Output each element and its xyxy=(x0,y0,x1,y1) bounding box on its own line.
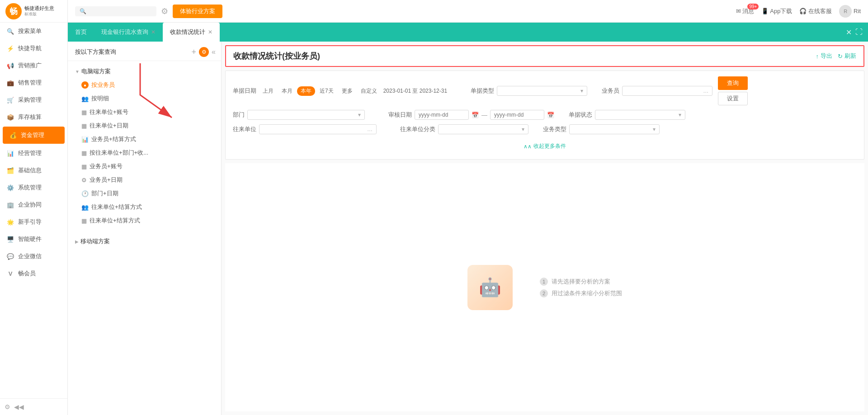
add-scheme-icon[interactable]: + xyxy=(192,47,197,57)
staff-settle-icon: 📊 xyxy=(81,136,89,143)
export-button[interactable]: ↑ 导出 xyxy=(816,52,833,60)
sidebar-item-system[interactable]: ⚙️ 系统管理 xyxy=(0,179,67,196)
tree-child-label: 业务员+账号 xyxy=(90,162,123,170)
sidebar-item-basic[interactable]: 🗂️ 基础信息 xyxy=(0,162,67,179)
business-type-label: 业务类型 xyxy=(543,125,566,133)
tree-child-staff-settle[interactable]: 📊 业务员+结算方式 xyxy=(68,132,221,146)
scheme-settings-icon[interactable]: ⚙ xyxy=(199,47,209,57)
sidebar-item-operation[interactable]: 📊 经营管理 xyxy=(0,145,67,162)
tree-mobile-parent[interactable]: ▶ 移动端方案 xyxy=(68,235,221,248)
content-area: 按以下方案查询 + ⚙ « ▼ 电脑端方案 ● 按业务员 👥 按明细 xyxy=(68,42,868,415)
tree-child-by-detail[interactable]: 👥 按明细 xyxy=(68,92,221,105)
title-actions: ↑ 导出 ↻ 刷新 xyxy=(816,52,857,60)
filter-row-3: 往来单位 … 往来单位分类 ▾ 业务类型 xyxy=(233,124,857,134)
tree-child-staff-date[interactable]: ⚙ 业务员+日期 xyxy=(68,173,221,187)
dept-select[interactable]: ▾ xyxy=(247,110,365,120)
sidebar-item-corp[interactable]: 🏢 企业协同 xyxy=(0,196,67,213)
sidebar-item-hardware[interactable]: 🖥️ 智能硬件 xyxy=(0,231,67,248)
header-gear-icon[interactable]: ⚙ xyxy=(161,6,168,16)
calendar-to-icon[interactable]: 📅 xyxy=(547,112,554,118)
counterpart-filter: 往来单位 … xyxy=(233,124,377,134)
salesperson-dropdown-icon: … xyxy=(703,88,708,94)
date-tab-this-month[interactable]: 本月 xyxy=(278,86,296,96)
voucher-type-select[interactable]: ▾ xyxy=(497,86,587,96)
sidebar-item-finance[interactable]: 💰 资金管理 xyxy=(3,127,65,144)
tab-bank-flow[interactable]: 现金银行流水查询 ✕ xyxy=(94,23,163,42)
counterpart-category-select[interactable]: ▾ xyxy=(438,124,528,134)
counterpart-category-filter: 往来单位分类 ▾ xyxy=(400,124,528,134)
date-tab-more[interactable]: 更多 xyxy=(338,86,356,96)
sidebar-item-sales[interactable]: 💼 销售管理 xyxy=(0,74,67,91)
dept-label: 部门 xyxy=(233,111,245,119)
sidebar-item-marketing[interactable]: 📢 营销推广 xyxy=(0,57,67,74)
query-button[interactable]: 查询 xyxy=(718,76,748,90)
top-search-box[interactable]: 🔍 xyxy=(75,6,156,16)
empty-tips: 1 请先选择要分析的方案 2 用过滤条件来缩小分析范围 xyxy=(540,278,622,297)
tab-home[interactable]: 首页 xyxy=(68,23,94,42)
online-service-label: 在线客服 xyxy=(808,8,832,14)
tree-desktop-parent[interactable]: ▼ 电脑端方案 xyxy=(68,65,221,78)
date-tab-this-year[interactable]: 本年 xyxy=(297,86,315,96)
tree-child-unit-dept[interactable]: ▦ 按往来单位+部门+收... xyxy=(68,146,221,160)
business-type-dropdown-icon: ▾ xyxy=(653,126,656,132)
settings-button[interactable]: 设置 xyxy=(718,92,748,105)
date-tab-last-7[interactable]: 近7天 xyxy=(316,86,337,96)
tree-child-unit-account[interactable]: ▦ 往来单位+账号 xyxy=(68,105,221,119)
sidebar-item-wechat[interactable]: 💬 企业微信 xyxy=(0,248,67,265)
sidebar-item-shortcut[interactable]: ⚡ 快捷导航 xyxy=(0,40,67,57)
unit-settle2-icon: ▦ xyxy=(81,217,87,224)
receivable-tab-close[interactable]: ✕ xyxy=(208,29,212,35)
salesperson-select[interactable]: … xyxy=(622,86,712,96)
counterpart-category-dropdown-icon: ▾ xyxy=(522,126,524,132)
sidebar-item-label: 搜索菜单 xyxy=(18,27,42,35)
sidebar-item-label: 采购管理 xyxy=(18,96,42,104)
trial-button[interactable]: 体验行业方案 xyxy=(173,5,222,18)
review-date-from-input[interactable] xyxy=(415,110,469,120)
salesperson-filter: 业务员 … xyxy=(602,86,712,96)
marketing-icon: 📢 xyxy=(6,61,14,70)
tree-child-unit-settle1[interactable]: 👥 往来单位+结算方式 xyxy=(68,200,221,214)
purchase-icon: 🛒 xyxy=(6,96,14,104)
sidebar-item-guide[interactable]: 🌟 新手引导 xyxy=(0,213,67,231)
collapse-sidebar-icon[interactable]: ◀◀ xyxy=(14,403,24,410)
tree-child-dept-date[interactable]: 🕐 部门+日期 xyxy=(68,187,221,200)
left-panel-header: 按以下方案查询 + ⚙ « xyxy=(68,42,221,61)
main-area: 🔍 ⚙ 体验行业方案 ✉ 消息 99+ 📱 App下载 🎧 在线客服 R R xyxy=(68,0,868,415)
sidebar-item-purchase[interactable]: 🛒 采购管理 xyxy=(0,91,67,108)
tree-child-unit-date[interactable]: ▦ 往来单位+日期 xyxy=(68,119,221,132)
tree-child-by-staff[interactable]: ● 按业务员 xyxy=(68,78,221,92)
voucher-status-label: 单据状态 xyxy=(569,111,592,119)
app-download-area[interactable]: 📱 App下载 xyxy=(761,7,792,15)
user-area[interactable]: R Rit xyxy=(839,5,861,18)
tree-child-staff-account[interactable]: ▦ 业务员+账号 xyxy=(68,160,221,173)
unit-account-icon: ▦ xyxy=(81,109,87,116)
review-date-to-input[interactable] xyxy=(490,110,544,120)
voucher-status-select[interactable]: ▾ xyxy=(595,110,685,120)
sidebar-item-member[interactable]: V 畅会员 xyxy=(0,265,67,282)
counterpart-dots-icon[interactable]: … xyxy=(367,126,373,132)
logo-badge: 标准版 xyxy=(24,11,54,17)
message-area[interactable]: ✉ 消息 99+ xyxy=(736,7,755,15)
collapse-panel-icon[interactable]: « xyxy=(212,48,216,56)
page-title-bar: 收款情况统计(按业务员) ↑ 导出 ↻ 刷新 xyxy=(225,45,864,67)
tab-receivable[interactable]: 收款情况统计 ✕ xyxy=(163,23,220,42)
refresh-button[interactable]: ↻ 刷新 xyxy=(838,52,856,60)
calendar-from-icon[interactable]: 📅 xyxy=(472,112,479,118)
tip-num-2: 2 xyxy=(540,289,548,297)
tree-child-unit-settle2[interactable]: ▦ 往来单位+结算方式 xyxy=(68,214,221,227)
business-type-select[interactable]: ▾ xyxy=(569,124,660,134)
date-tab-custom[interactable]: 自定义 xyxy=(357,86,381,96)
counterpart-select[interactable]: … xyxy=(259,124,377,134)
date-tab-last-month[interactable]: 上月 xyxy=(259,86,277,96)
online-service-area[interactable]: 🎧 在线客服 xyxy=(799,7,832,15)
tab-close-all-icon[interactable]: ✕ xyxy=(846,28,852,37)
tree-child-label: 业务员+结算方式 xyxy=(91,135,136,143)
tab-expand-icon[interactable]: ⛶ xyxy=(855,28,863,36)
unit-dept-icon: ▦ xyxy=(81,150,87,156)
sidebar-item-search[interactable]: 🔍 搜索菜单 xyxy=(0,23,67,40)
sidebar-item-inventory[interactable]: 📦 库存核算 xyxy=(0,108,67,126)
system-icon: ⚙️ xyxy=(6,184,14,192)
settings-bottom-icon[interactable]: ⚙ xyxy=(5,403,10,410)
bank-flow-tab-close[interactable]: ✕ xyxy=(151,29,156,35)
collapse-more-conditions[interactable]: ∧∧ 收起更多条件 xyxy=(233,139,857,154)
